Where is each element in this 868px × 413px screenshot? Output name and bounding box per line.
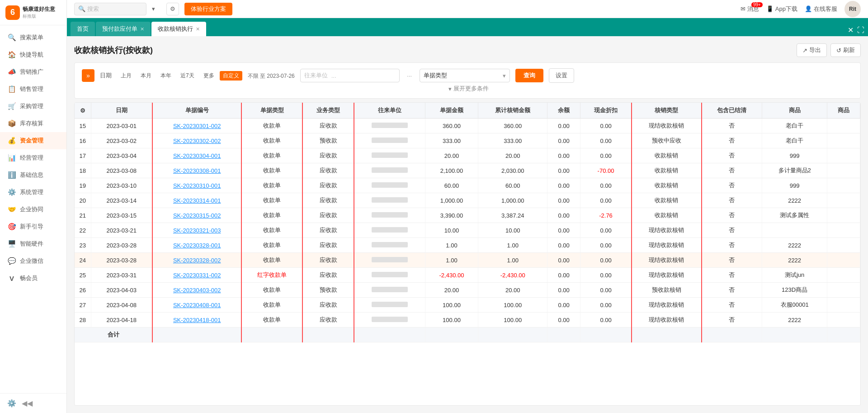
sidebar-item-wechat[interactable]: 💬 企业微信 bbox=[0, 252, 66, 270]
filter-bar: » 日期 上月 本月 本年 近7天 更多 自定义 不限 至 2023-07-26 bbox=[74, 62, 861, 99]
cell-included: 否 bbox=[702, 119, 762, 133]
export-button[interactable]: ↗ 导出 bbox=[797, 43, 827, 57]
search-icon: 🔍 bbox=[78, 5, 85, 12]
date-this-year[interactable]: 本年 bbox=[157, 71, 175, 81]
cell-product2 bbox=[827, 238, 860, 253]
sidebar-item-purchase[interactable]: 🛒 采购管理 bbox=[0, 98, 66, 115]
date-last-month[interactable]: 上月 bbox=[117, 71, 135, 81]
cell-balance: 0.00 bbox=[547, 313, 580, 328]
sidebar-item-label: 企业协同 bbox=[20, 205, 43, 214]
tab-close-prepay[interactable]: ✕ bbox=[140, 26, 144, 32]
cell-date: 2023-03-08 bbox=[91, 163, 152, 178]
cell-cum-amount: 100.00 bbox=[478, 313, 547, 328]
date-7days[interactable]: 近7天 bbox=[177, 71, 198, 81]
cell-amount: 360.00 bbox=[425, 119, 478, 133]
export-icon: ↗ bbox=[802, 47, 807, 54]
phone-icon: 📱 bbox=[766, 5, 774, 12]
tab-close-verify[interactable]: ✕ bbox=[196, 26, 200, 32]
cell-biz-type: 应收款 bbox=[302, 193, 354, 208]
avatar[interactable]: Rit bbox=[844, 1, 861, 17]
expand-more-row[interactable]: ▾ 展开更多条件 bbox=[82, 85, 853, 93]
cell-included: 否 bbox=[702, 133, 762, 148]
sidebar-item-finance[interactable]: 💰 资金管理 bbox=[0, 132, 66, 149]
col-gear[interactable]: ⚙ bbox=[75, 103, 91, 119]
search-icon: 🔍 bbox=[7, 33, 16, 42]
unit-dots: ... bbox=[331, 72, 336, 79]
page-actions: ↗ 导出 ↺ 刷新 bbox=[797, 43, 861, 57]
filter-toggle-button[interactable]: » bbox=[82, 69, 94, 82]
setting-button[interactable]: 设置 bbox=[549, 68, 574, 83]
sidebar-item-hardware[interactable]: 🖥️ 智能硬件 bbox=[0, 235, 66, 252]
sidebar-item-shortcut[interactable]: 🏠 快捷导航 bbox=[0, 46, 66, 63]
cell-verify-type: 预收款核销 bbox=[632, 283, 702, 298]
cell-date: 2023-04-08 bbox=[91, 298, 152, 313]
sidebar-item-marketing[interactable]: 📣 营销推广 bbox=[0, 63, 66, 81]
tab-controls: ✕ ⛶ bbox=[848, 26, 864, 36]
date-more[interactable]: 更多 bbox=[200, 71, 218, 81]
sidebar-item-basic[interactable]: ℹ️ 基础信息 bbox=[0, 166, 66, 184]
date-this-month[interactable]: 本月 bbox=[137, 71, 155, 81]
cell-product2 bbox=[827, 298, 860, 313]
cell-no: 28 bbox=[75, 313, 91, 328]
tab-verify[interactable]: 收款核销执行 ✕ bbox=[151, 22, 206, 36]
cell-unit bbox=[354, 148, 425, 163]
cell-date: 2023-03-02 bbox=[91, 133, 152, 148]
sidebar-item-operation[interactable]: 📊 经营管理 bbox=[0, 149, 66, 166]
sidebar-item-inventory[interactable]: 📦 库存核算 bbox=[0, 115, 66, 132]
cell-included: 否 bbox=[702, 298, 762, 313]
sidebar-item-guide[interactable]: 🎯 新手引导 bbox=[0, 218, 66, 235]
cell-balance: 0.00 bbox=[547, 193, 580, 208]
cell-included: 否 bbox=[702, 163, 762, 178]
app-download[interactable]: 📱 App下载 bbox=[766, 5, 797, 13]
type-filter[interactable]: 单据类型 ▾ bbox=[420, 69, 510, 82]
cell-no: 27 bbox=[75, 298, 91, 313]
date-custom-button[interactable]: 自定义 bbox=[220, 71, 242, 81]
unit-filter[interactable]: 往来单位 ... bbox=[300, 69, 400, 82]
solution-button[interactable]: 体验行业方案 bbox=[184, 3, 232, 15]
type-arrow-icon: ▾ bbox=[503, 72, 506, 79]
sidebar-item-member[interactable]: V 畅会员 bbox=[0, 270, 66, 287]
tab-expand-icon[interactable]: ⛶ bbox=[857, 26, 864, 34]
nav-tabs-bar: 首页 预付款应付单 ✕ 收款核销执行 ✕ ✕ ⛶ bbox=[67, 18, 868, 36]
collapse-icon[interactable]: ◀◀ bbox=[22, 399, 33, 408]
settings-icon[interactable]: ⚙️ bbox=[7, 399, 16, 408]
dropdown-arrow-icon[interactable]: ▾ bbox=[152, 5, 161, 12]
cell-date: 2023-04-18 bbox=[91, 313, 152, 328]
tab-close-all-icon[interactable]: ✕ bbox=[848, 26, 854, 34]
sidebar-menu: 🔍 搜索菜单 🏠 快捷导航 📣 营销推广 📋 销售管理 🛒 采购管理 📦 库存核… bbox=[0, 25, 66, 393]
sidebar-bottom: ⚙️ ◀◀ bbox=[0, 393, 66, 413]
sidebar-item-sales[interactable]: 📋 销售管理 bbox=[0, 81, 66, 98]
cell-date: 2023-03-21 bbox=[91, 223, 152, 238]
cell-order-no: SK-20230308-001 bbox=[152, 163, 241, 178]
col-date: 日期 bbox=[91, 103, 152, 119]
cell-cum-amount: 360.00 bbox=[478, 119, 547, 133]
cell-product: 2222 bbox=[762, 253, 827, 268]
cell-balance: 0.00 bbox=[547, 238, 580, 253]
sidebar-item-corp[interactable]: 🤝 企业协同 bbox=[0, 201, 66, 218]
online-service[interactable]: 👤 在线客服 bbox=[805, 5, 837, 13]
sidebar-item-label: 库存核算 bbox=[20, 119, 43, 128]
cell-no: 19 bbox=[75, 178, 91, 193]
sidebar-item-search[interactable]: 🔍 搜索菜单 bbox=[0, 29, 66, 46]
messages-badge[interactable]: ✉ 消息 99+ bbox=[741, 5, 759, 13]
cell-biz-type: 应收款 bbox=[302, 163, 354, 178]
cell-product2 bbox=[827, 193, 860, 208]
cell-cum-amount: 1.00 bbox=[478, 238, 547, 253]
page-title: 收款核销执行(按收款) bbox=[74, 45, 797, 56]
gear-button[interactable]: ⚙ bbox=[166, 3, 179, 15]
cell-product: 2222 bbox=[762, 193, 827, 208]
tab-home[interactable]: 首页 bbox=[71, 22, 95, 36]
page-header: 收款核销执行(按收款) ↗ 导出 ↺ 刷新 bbox=[74, 43, 861, 57]
cell-order-no: SK-20230315-002 bbox=[152, 208, 241, 223]
cell-biz-type: 应收款 bbox=[302, 178, 354, 193]
cell-biz-type: 应收款 bbox=[302, 253, 354, 268]
cell-verify-type: 预收中应收 bbox=[632, 133, 702, 148]
cell-date: 2023-03-14 bbox=[91, 193, 152, 208]
tab-prepay[interactable]: 预付款应付单 ✕ bbox=[96, 22, 151, 36]
cell-amount: 1,000.00 bbox=[425, 193, 478, 208]
cell-order-type: 收款单 bbox=[241, 283, 302, 298]
refresh-button[interactable]: ↺ 刷新 bbox=[830, 43, 861, 57]
query-button[interactable]: 查询 bbox=[515, 69, 543, 82]
topbar-search[interactable]: 🔍 搜索 bbox=[74, 3, 146, 15]
sidebar-item-system[interactable]: ⚙️ 系统管理 bbox=[0, 184, 66, 201]
